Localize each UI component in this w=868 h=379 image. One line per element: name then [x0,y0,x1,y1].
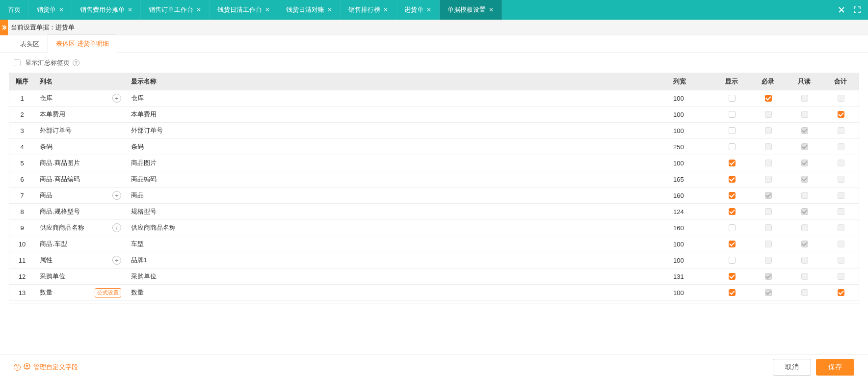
table-row[interactable]: 7商品+商品160 [9,188,859,204]
cell-width[interactable]: 100 [668,155,713,171]
cell-width[interactable]: 131 [668,269,713,285]
table-row[interactable]: 2本单费用本单费用100 [9,107,859,123]
show-checkbox[interactable] [729,273,736,280]
table-row[interactable]: 1仓库+仓库100 [9,90,859,107]
readonly-checkbox [801,143,808,150]
top-tab[interactable]: 进货单✕ [396,0,440,20]
table-row[interactable]: 3外部订单号外部订单号100 [9,123,859,139]
show-checkbox[interactable] [729,257,736,264]
table-row[interactable]: 8商品.规格型号规格型号124 [9,204,859,220]
top-tab[interactable]: 钱货日清工作台✕ [210,0,278,20]
show-checkbox[interactable] [729,111,736,118]
table-row[interactable]: 14包装数量包装数量100 [9,301,859,303]
show-checkbox[interactable] [729,95,736,102]
total-checkbox[interactable] [838,289,844,296]
show-checkbox[interactable] [729,208,736,215]
show-checkbox[interactable] [729,241,736,247]
add-sub-column-icon[interactable]: + [112,256,121,265]
cell-display-name[interactable]: 包装数量 [126,301,668,303]
show-checkbox[interactable] [729,160,736,166]
cell-display-name[interactable]: 外部订单号 [126,123,668,139]
cancel-button[interactable]: 取消 [773,359,811,376]
table-row[interactable]: 6商品.商品编码商品编码165 [9,171,859,188]
close-icon[interactable]: ✕ [327,6,332,13]
cell-display-name[interactable]: 商品图片 [126,155,668,171]
show-checkbox[interactable] [729,192,736,199]
show-checkbox[interactable] [729,289,736,296]
cell-display-name[interactable]: 采购单位 [126,269,668,285]
cell-width[interactable]: 160 [668,220,713,236]
show-summary-label[interactable]: 显示汇总标签页 [25,58,70,67]
table-row[interactable]: 10商品.车型车型100 [9,236,859,252]
cell-display-name[interactable]: 商品编码 [126,171,668,188]
formula-settings-button[interactable]: 公式设置 [95,288,121,298]
top-tab[interactable]: 销售排行榜✕ [341,0,396,20]
cell-display-name[interactable]: 商品 [126,188,668,204]
top-tab[interactable]: 销售费用分摊单✕ [72,0,141,20]
cell-width[interactable]: 100 [668,107,713,123]
cell-width[interactable]: 250 [668,139,713,155]
close-icon[interactable]: ✕ [196,6,201,13]
required-checkbox[interactable] [765,95,772,102]
show-checkbox[interactable] [729,224,736,231]
show-checkbox[interactable] [729,176,736,183]
sidebar-expand-toggle[interactable] [0,20,8,35]
cell-display-name[interactable]: 品牌1 [126,252,668,269]
cell-width[interactable]: 100 [668,236,713,252]
show-checkbox[interactable] [729,143,736,150]
cell-display-name[interactable]: 规格型号 [126,204,668,220]
table-row[interactable]: 4条码条码250 [9,139,859,155]
cell-order: 2 [9,107,35,123]
close-all-tabs-icon[interactable] [836,4,847,16]
cell-width[interactable]: 100 [668,90,713,107]
cell-display-name[interactable]: 仓库 [126,90,668,107]
top-tab[interactable]: 单据模板设置✕ [440,0,502,20]
cell-width[interactable]: 100 [668,285,713,301]
close-icon[interactable]: ✕ [128,6,132,13]
cell-total [822,107,859,123]
close-icon[interactable]: ✕ [265,6,270,13]
cell-width[interactable]: 100 [668,301,713,303]
save-button[interactable]: 保存 [816,359,854,376]
cell-width[interactable]: 100 [668,252,713,269]
close-icon[interactable]: ✕ [426,6,431,13]
top-tab[interactable]: 销售订单工作台✕ [141,0,210,20]
top-tab[interactable]: 销货单✕ [29,0,72,20]
show-summary-checkbox[interactable] [14,59,21,66]
close-icon[interactable]: ✕ [489,6,494,13]
cell-display-name[interactable]: 供应商商品名称 [126,220,668,236]
top-tab[interactable]: 钱货日清对账✕ [278,0,341,20]
close-icon[interactable]: ✕ [383,6,388,13]
table-row[interactable]: 9供应商商品名称+供应商商品名称160 [9,220,859,236]
cell-width[interactable]: 165 [668,171,713,188]
table-row[interactable]: 13数量公式设置数量100 [9,285,859,301]
columns-table-scroll[interactable]: 顺序 列名 显示名称 列宽 显示 必录 只读 合计 1仓库+仓库1002本单费用… [9,73,859,303]
section-tab[interactable]: 表头区 [12,35,48,53]
section-tab[interactable]: 表体区-进货单明细 [48,34,117,53]
table-row[interactable]: 5商品.商品图片商品图片100 [9,155,859,171]
add-sub-column-icon[interactable]: + [112,94,121,103]
top-tab[interactable]: 首页 [0,0,29,20]
table-row[interactable]: 11属性+品牌1100 [9,252,859,269]
total-checkbox[interactable] [838,111,844,118]
add-sub-column-icon[interactable]: + [112,223,121,232]
readonly-checkbox [801,257,808,264]
summary-tab-option: 显示汇总标签页 ? [0,53,868,73]
readonly-checkbox [801,273,808,280]
show-checkbox[interactable] [729,127,736,134]
close-icon[interactable]: ✕ [59,6,64,13]
cell-width[interactable]: 100 [668,123,713,139]
cell-width[interactable]: 124 [668,204,713,220]
cell-display-name[interactable]: 本单费用 [126,107,668,123]
help-icon[interactable]: ? [73,59,79,66]
cell-width[interactable]: 160 [668,188,713,204]
manage-custom-fields-link[interactable]: 管理自定义字段 [33,363,78,372]
add-sub-column-icon[interactable]: + [112,191,121,200]
help-icon[interactable]: ? [14,364,21,371]
cell-display-name[interactable]: 数量 [126,285,668,301]
cell-display-name[interactable]: 车型 [126,236,668,252]
fullscreen-icon[interactable] [851,4,863,16]
total-checkbox [838,160,844,166]
cell-display-name[interactable]: 条码 [126,139,668,155]
table-row[interactable]: 12采购单位采购单位131 [9,269,859,285]
